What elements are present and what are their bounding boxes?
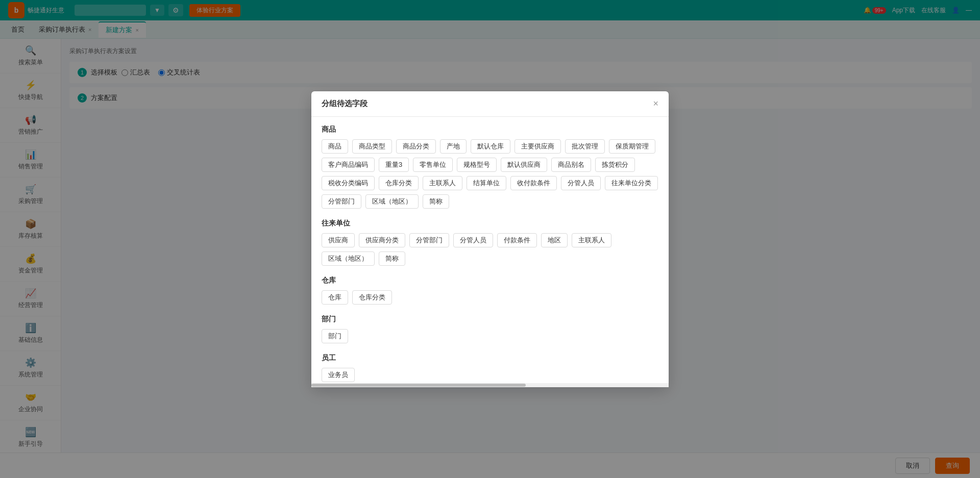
- field-tag[interactable]: 收付款条件: [510, 176, 557, 190]
- field-tag[interactable]: 主联系人: [423, 176, 462, 190]
- field-tag[interactable]: 拣货积分: [595, 158, 635, 172]
- field-tag[interactable]: 客户商品编码: [322, 158, 375, 172]
- section-warehouse-fields: 仓库 仓库分类: [322, 290, 658, 305]
- section-product: 商品 商品 商品类型 商品分类 产地 默认仓库 主要供应商 批次管理 保质期管理…: [322, 125, 658, 209]
- field-tag[interactable]: 区域（地区）: [322, 251, 375, 266]
- section-product-fields: 商品 商品类型 商品分类 产地 默认仓库 主要供应商 批次管理 保质期管理 客户…: [322, 139, 658, 209]
- field-tag[interactable]: 商品: [322, 139, 348, 154]
- field-tag[interactable]: 往来单位分类: [605, 176, 658, 190]
- field-tag[interactable]: 付款条件: [497, 233, 537, 247]
- section-counterparty-fields: 供应商 供应商分类 分管部门 分管人员 付款条件 地区 主联系人 区域（地区） …: [322, 233, 658, 266]
- section-warehouse-title: 仓库: [322, 276, 658, 285]
- field-tag[interactable]: 默认供应商: [501, 158, 547, 172]
- field-tag[interactable]: 供应商分类: [359, 233, 405, 247]
- section-warehouse: 仓库 仓库 仓库分类: [322, 276, 658, 305]
- section-department: 部门 部门: [322, 315, 658, 343]
- field-tag[interactable]: 部门: [322, 329, 348, 343]
- field-tag[interactable]: 默认仓库: [471, 139, 510, 154]
- field-tag[interactable]: 产地: [440, 139, 467, 154]
- field-tag[interactable]: 重量3: [379, 158, 409, 172]
- section-product-title: 商品: [322, 125, 658, 134]
- field-tag[interactable]: 简称: [379, 251, 405, 266]
- field-select-modal: 分组待选字段 × 商品 商品 商品类型 商品分类 产地 默认仓库 主要供应商 批…: [311, 91, 669, 387]
- field-tag[interactable]: 商品类型: [352, 139, 392, 154]
- section-employee-fields: 业务员: [322, 368, 658, 382]
- field-tag[interactable]: 地区: [541, 233, 568, 247]
- field-tag[interactable]: 仓库分类: [379, 176, 419, 190]
- field-tag[interactable]: 分管部门: [409, 233, 449, 247]
- modal-body: 商品 商品 商品类型 商品分类 产地 默认仓库 主要供应商 批次管理 保质期管理…: [311, 117, 669, 383]
- modal-close-button[interactable]: ×: [653, 98, 658, 109]
- field-tag[interactable]: 商品别名: [551, 158, 591, 172]
- field-tag[interactable]: 分管部门: [322, 194, 361, 209]
- field-tag[interactable]: 规格型号: [457, 158, 497, 172]
- field-tag[interactable]: 批次管理: [565, 139, 605, 154]
- field-tag[interactable]: 保质期管理: [609, 139, 655, 154]
- field-tag[interactable]: 零售单位: [413, 158, 453, 172]
- field-tag[interactable]: 仓库分类: [352, 290, 392, 305]
- field-tag[interactable]: 主要供应商: [514, 139, 561, 154]
- field-tag[interactable]: 简称: [423, 194, 449, 209]
- modal-title: 分组待选字段: [322, 99, 368, 109]
- field-tag[interactable]: 业务员: [322, 368, 355, 382]
- section-department-fields: 部门: [322, 329, 658, 343]
- section-department-title: 部门: [322, 315, 658, 324]
- field-tag[interactable]: 分管人员: [561, 176, 601, 190]
- modal-header: 分组待选字段 ×: [311, 91, 669, 117]
- section-counterparty: 往来单位 供应商 供应商分类 分管部门 分管人员 付款条件 地区 主联系人 区域…: [322, 219, 658, 266]
- field-tag[interactable]: 仓库: [322, 290, 348, 305]
- field-tag[interactable]: 区域（地区）: [365, 194, 419, 209]
- section-employee-title: 员工: [322, 354, 658, 363]
- modal-overlay: 分组待选字段 × 商品 商品 商品类型 商品分类 产地 默认仓库 主要供应商 批…: [0, 0, 980, 478]
- field-tag[interactable]: 主联系人: [572, 233, 611, 247]
- modal-horizontal-scrollbar[interactable]: [311, 383, 669, 387]
- field-tag[interactable]: 商品分类: [396, 139, 436, 154]
- field-tag[interactable]: 税收分类编码: [322, 176, 375, 190]
- section-employee: 员工 业务员: [322, 354, 658, 382]
- field-tag[interactable]: 结算单位: [467, 176, 506, 190]
- field-tag[interactable]: 分管人员: [453, 233, 493, 247]
- section-counterparty-title: 往来单位: [322, 219, 658, 228]
- field-tag[interactable]: 供应商: [322, 233, 355, 247]
